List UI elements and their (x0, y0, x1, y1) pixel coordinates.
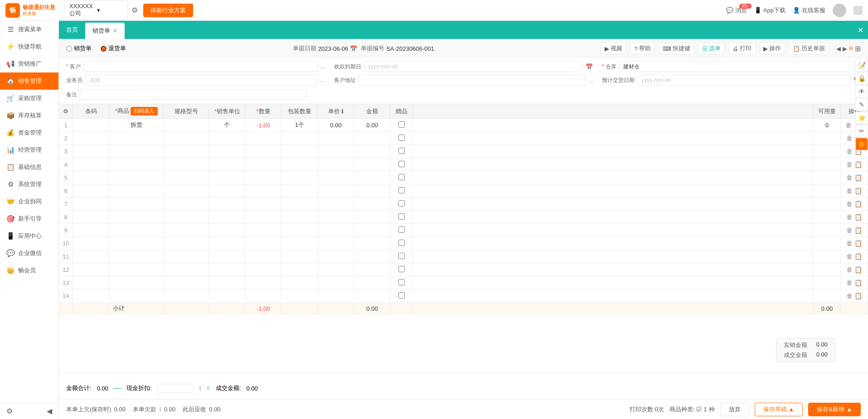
shortcut-btn[interactable]: ⌨ 快捷键 (659, 43, 694, 54)
tab-close-icon[interactable]: ✕ (113, 28, 117, 34)
copy-row-6[interactable]: 📋 (853, 186, 863, 195)
product-type-checkbox[interactable]: ☑ (696, 406, 702, 413)
delete-row-5[interactable]: 🗑 (845, 173, 853, 182)
sidebar-settings-icon[interactable]: ⚙ (6, 407, 13, 415)
save-new-button[interactable]: 保存&新增 ▲ (808, 403, 861, 416)
company-selector[interactable]: XXXXXX公司 ▾ (64, 0, 128, 20)
float-edit-btn[interactable]: ✎ (855, 98, 868, 111)
delete-row-1[interactable]: 🗑 (844, 120, 853, 130)
delete-row-12[interactable]: 🗑 (845, 265, 853, 274)
row-unit-1[interactable]: 个 (209, 119, 245, 132)
sidebar-item-search[interactable]: ☰ 搜索菜单 (0, 21, 58, 38)
receivable-date-calendar-icon[interactable]: 📅 (586, 63, 593, 70)
expected-date-input[interactable] (637, 75, 851, 86)
delete-row-7[interactable]: 🗑 (845, 199, 853, 208)
delete-row-9[interactable]: 🗑 (845, 226, 853, 235)
copy-row-14[interactable]: 📋 (853, 291, 863, 300)
sidebar-item-wecom[interactable]: 💬 企业微信 (0, 245, 58, 262)
print-btn[interactable]: 🖨 打印 (728, 43, 756, 54)
copy-row-5[interactable]: 📋 (853, 173, 863, 182)
grid-view-icon[interactable]: ⊞ (855, 44, 861, 53)
address-input[interactable] (359, 75, 586, 86)
scan-button[interactable]: 扫码录入 (131, 107, 158, 116)
col-gear[interactable]: ⚙ (59, 104, 73, 119)
copy-row-7[interactable]: 📋 (853, 199, 863, 208)
topbar-settings-icon[interactable]: ⚙ (131, 6, 138, 14)
delete-row-6[interactable]: 🗑 (845, 186, 853, 195)
row-qty-1[interactable]: -1.00 (245, 119, 281, 132)
delete-row-10[interactable]: 🗑 (845, 239, 853, 248)
radio-sales[interactable] (66, 46, 72, 52)
user-avatar2[interactable] (853, 6, 863, 15)
row-spec-1[interactable] (164, 119, 209, 132)
sidebar-item-system[interactable]: ⚙ 系统管理 (0, 176, 58, 193)
row-gift-1[interactable] (390, 119, 413, 132)
copy-row-9[interactable]: 📋 (853, 226, 863, 235)
sidebar-item-sales[interactable]: 🏠 销售管理 (0, 72, 58, 90)
sidebar-item-enterprise[interactable]: 🤝 企业协同 (0, 193, 58, 210)
select-btn[interactable]: ☰ 选单 (698, 43, 725, 54)
float-view-btn[interactable]: 👁 (855, 85, 868, 98)
receivable-date-input[interactable] (364, 61, 583, 72)
radio-return-label[interactable]: 退货单 (101, 44, 126, 53)
next-icon[interactable]: ▶ (843, 45, 847, 52)
tab-home[interactable]: 首页 (59, 21, 85, 39)
salesperson-input[interactable] (85, 75, 318, 86)
discount-input[interactable] (157, 384, 194, 393)
radio-sales-label[interactable]: 销货单 (66, 44, 92, 53)
delete-row-11[interactable]: 🗑 (845, 252, 853, 261)
float-orange-btn[interactable]: 🔶 (855, 138, 868, 150)
row-pkgqty-1[interactable]: 1个 (281, 119, 318, 132)
video-btn[interactable]: ▶ 视频 (601, 43, 626, 54)
copy-row-10[interactable]: 📋 (853, 239, 863, 248)
owe-help-icon[interactable]: ℹ (159, 406, 161, 413)
customer-ellipsis[interactable]: ... (320, 63, 325, 70)
float-note-btn[interactable]: 📝 (855, 59, 868, 72)
info-icon[interactable]: ℹ (199, 385, 201, 392)
float-lock-btn[interactable]: 🔒 (855, 72, 868, 85)
delete-row-2[interactable]: 🗑 (845, 134, 853, 143)
float-star-btn[interactable]: ⭐ (855, 111, 868, 124)
trial-button[interactable]: 体验行业方案 (143, 4, 193, 17)
delete-row-4[interactable]: 🗑 (845, 160, 853, 169)
note-input[interactable] (80, 89, 306, 100)
sidebar-collapse-icon[interactable]: ◀ (47, 407, 52, 415)
sidebar-item-vip[interactable]: 👑 畅会员 (0, 262, 58, 279)
copy-row-12[interactable]: 📋 (853, 265, 863, 274)
warehouse-input[interactable] (619, 61, 853, 72)
customer-input[interactable] (83, 61, 318, 72)
sidebar-item-guide[interactable]: 🎯 新手引导 (0, 210, 58, 227)
delete-row-13[interactable]: 🗑 (845, 278, 853, 287)
row-barcode-1[interactable] (73, 119, 109, 132)
abandon-button[interactable]: 放弃 (720, 403, 749, 416)
delete-row-8[interactable]: 🗑 (845, 212, 853, 222)
copy-row-4[interactable]: 📋 (853, 160, 863, 169)
sidebar-item-inventory[interactable]: 📦 库存核算 (0, 107, 58, 124)
float-pencil-btn[interactable]: ✏ (855, 125, 868, 137)
sidebar-item-finance[interactable]: 💰 资金管理 (0, 124, 58, 141)
delete-row-3[interactable]: 🗑 (845, 147, 853, 156)
address-ellipsis[interactable]: ... (588, 77, 593, 83)
row-price-1[interactable]: 0.00 (318, 119, 354, 132)
salesperson-ellipsis[interactable]: ... (320, 77, 325, 83)
prev-icon[interactable]: ◀ (836, 45, 841, 52)
copy-row-8[interactable]: 📋 (853, 212, 863, 222)
sidebar-item-operations[interactable]: 📊 经营管理 (0, 141, 58, 159)
calendar-icon[interactable]: 📅 (350, 45, 357, 52)
help-btn[interactable]: ? 帮助 (630, 43, 655, 54)
copy-row-13[interactable]: 📋 (853, 278, 863, 287)
close-all-icon[interactable]: ✕ (858, 26, 863, 34)
user-avatar[interactable] (833, 4, 846, 17)
history-btn[interactable]: 📋 历史单据 (789, 43, 829, 54)
message-btn[interactable]: 💬 消息 99+ (726, 6, 747, 14)
sidebar-item-quick-nav[interactable]: ⚡ 快捷导航 (0, 38, 58, 55)
row-product-1[interactable]: 拆货 (109, 119, 164, 132)
radio-return[interactable] (101, 46, 107, 52)
sidebar-item-appstore[interactable]: 📱 应用中心 (0, 227, 58, 245)
copy-row-11[interactable]: 📋 (853, 252, 863, 261)
sidebar-item-marketing[interactable]: 📢 营销推广 (0, 55, 58, 72)
sidebar-item-purchase[interactable]: 🛒 采购管理 (0, 90, 58, 107)
online-support-btn[interactable]: 👤 在线客服 (793, 6, 825, 14)
row-amount-1[interactable]: 0.00 (354, 119, 390, 132)
tab-sales-order[interactable]: 销货单 ✕ (85, 23, 125, 39)
